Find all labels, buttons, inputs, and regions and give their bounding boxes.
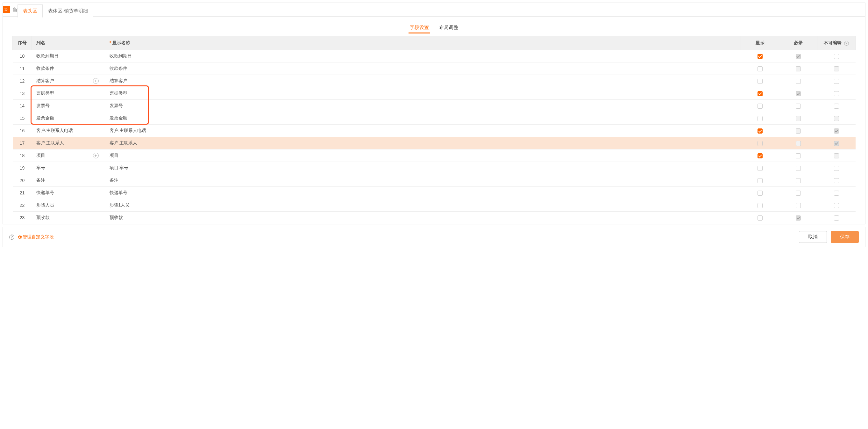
add-icon[interactable]: +	[93, 153, 99, 159]
main-tab-0[interactable]: 表头区	[18, 4, 43, 18]
table-row[interactable]: 14发票号发票号	[13, 100, 856, 112]
row-display-name[interactable]: 客户.主联系人	[105, 137, 741, 149]
row-index: 21	[13, 187, 32, 199]
row-display-name[interactable]: 项目	[105, 149, 741, 162]
checkbox-non-editable[interactable]	[834, 54, 839, 59]
checkbox-required[interactable]	[796, 166, 801, 171]
fields-table: 序号 列名 * 显示名称 显示 必录 不可编辑 ? 10收款到期日收款到期日11…	[12, 36, 856, 224]
checkbox-non-editable[interactable]	[834, 104, 839, 109]
checkbox-show[interactable]	[757, 54, 763, 59]
checkbox-required[interactable]	[796, 191, 801, 196]
help-icon[interactable]: ?	[844, 41, 849, 46]
checkbox-non-editable[interactable]	[834, 79, 839, 84]
row-display-name[interactable]: 预收款	[105, 211, 741, 224]
table-row[interactable]: 13票据类型票据类型	[13, 87, 856, 100]
checkbox-show[interactable]	[757, 79, 763, 84]
checkbox-show[interactable]	[757, 191, 763, 196]
table-row[interactable]: 15发票金额发票金额	[13, 112, 856, 125]
checkbox-show[interactable]	[757, 91, 763, 96]
table-row[interactable]: 21快递单号快递单号	[13, 187, 856, 199]
table-row[interactable]: 23预收款预收款	[13, 211, 856, 224]
table-row[interactable]: 19车号项目.车号	[13, 162, 856, 174]
table-row[interactable]: 22步骤人员步骤1人员	[13, 199, 856, 211]
table-row[interactable]: 18项目+项目	[13, 149, 856, 162]
footer-bar: ? 管理自定义字段 取消 保存	[3, 227, 865, 247]
cell-required	[779, 199, 817, 211]
checkbox-non-editable[interactable]	[834, 178, 839, 183]
row-display-name[interactable]: 发票金额	[105, 112, 741, 125]
row-display-name[interactable]: 项目.车号	[105, 162, 741, 174]
main-tabs: 表头区表体区-销货单明细	[3, 4, 865, 18]
cell-non-editable	[817, 137, 856, 149]
checkbox-non-editable	[834, 128, 839, 134]
main-tab-1[interactable]: 表体区-销货单明细	[43, 4, 93, 18]
expand-panel-button[interactable]	[3, 6, 10, 13]
cell-show	[741, 199, 779, 211]
cell-required	[779, 87, 817, 100]
row-colname: 收款条件	[32, 62, 105, 75]
add-icon[interactable]: +	[93, 78, 99, 84]
checkbox-show[interactable]	[757, 116, 763, 121]
save-button[interactable]: 保存	[831, 231, 859, 243]
cell-show	[741, 100, 779, 112]
row-display-name[interactable]: 结算客户	[105, 75, 741, 87]
cell-show	[741, 187, 779, 199]
table-row[interactable]: 12结算客户+结算客户	[13, 75, 856, 87]
table-row[interactable]: 16客户.主联系人电话客户.主联系人电话	[13, 125, 856, 137]
checkbox-show[interactable]	[757, 203, 763, 208]
row-display-name[interactable]: 客户.主联系人电话	[105, 125, 741, 137]
manage-custom-fields-link[interactable]: 管理自定义字段	[18, 234, 54, 240]
checkbox-show[interactable]	[757, 104, 763, 109]
checkbox-show[interactable]	[757, 153, 763, 159]
checkbox-required[interactable]	[796, 104, 801, 109]
table-row[interactable]: 20备注备注	[13, 174, 856, 187]
row-display-name[interactable]: 备注	[105, 174, 741, 187]
table-wrapper: 序号 列名 * 显示名称 显示 必录 不可编辑 ? 10收款到期日收款到期日11…	[3, 36, 865, 224]
th-display-name: * 显示名称	[105, 36, 741, 50]
row-index: 23	[13, 211, 32, 224]
checkbox-required[interactable]	[796, 203, 801, 208]
row-display-name[interactable]: 快递单号	[105, 187, 741, 199]
checkbox-required	[796, 216, 801, 221]
checkbox-required[interactable]	[796, 79, 801, 84]
cell-non-editable	[817, 125, 856, 137]
row-colname: 车号	[32, 162, 105, 174]
th-show: 显示	[741, 36, 779, 50]
th-colname: 列名	[32, 36, 105, 50]
checkbox-non-editable[interactable]	[834, 216, 839, 221]
table-row[interactable]: 17客户.主联系人客户.主联系人	[13, 137, 856, 149]
info-icon[interactable]: ?	[9, 235, 14, 240]
checkbox-non-editable[interactable]	[834, 191, 839, 196]
checkbox-required	[796, 128, 801, 134]
row-display-name[interactable]: 票据类型	[105, 87, 741, 100]
row-display-name[interactable]: 发票号	[105, 100, 741, 112]
sub-tab-0[interactable]: 字段设置	[408, 23, 430, 33]
checkbox-show[interactable]	[757, 166, 763, 171]
checkbox-required[interactable]	[796, 153, 801, 159]
checkbox-non-editable[interactable]	[834, 91, 839, 96]
footer-left: ? 管理自定义字段	[9, 234, 54, 240]
checkbox-show[interactable]	[757, 216, 763, 221]
row-display-name[interactable]: 收款到期日	[105, 50, 741, 62]
cell-show	[741, 125, 779, 137]
row-display-name[interactable]: 收款条件	[105, 62, 741, 75]
sub-tab-1[interactable]: 布局调整	[438, 23, 460, 33]
th-required: 必录	[779, 36, 817, 50]
cell-required	[779, 162, 817, 174]
checkbox-show[interactable]	[757, 66, 763, 72]
checkbox-required	[796, 141, 801, 146]
cell-non-editable	[817, 149, 856, 162]
table-row[interactable]: 10收款到期日收款到期日	[13, 50, 856, 62]
checkbox-non-editable	[834, 66, 839, 72]
row-display-name[interactable]: 步骤1人员	[105, 199, 741, 211]
checkbox-required[interactable]	[796, 178, 801, 183]
checkbox-show[interactable]	[757, 178, 763, 183]
table-row[interactable]: 11收款条件收款条件	[13, 62, 856, 75]
checkbox-show[interactable]	[757, 128, 763, 134]
cancel-button[interactable]: 取消	[799, 231, 827, 243]
checkbox-show[interactable]	[757, 141, 763, 146]
cell-show	[741, 112, 779, 125]
cell-required	[779, 149, 817, 162]
checkbox-non-editable[interactable]	[834, 166, 839, 171]
checkbox-non-editable[interactable]	[834, 203, 839, 208]
